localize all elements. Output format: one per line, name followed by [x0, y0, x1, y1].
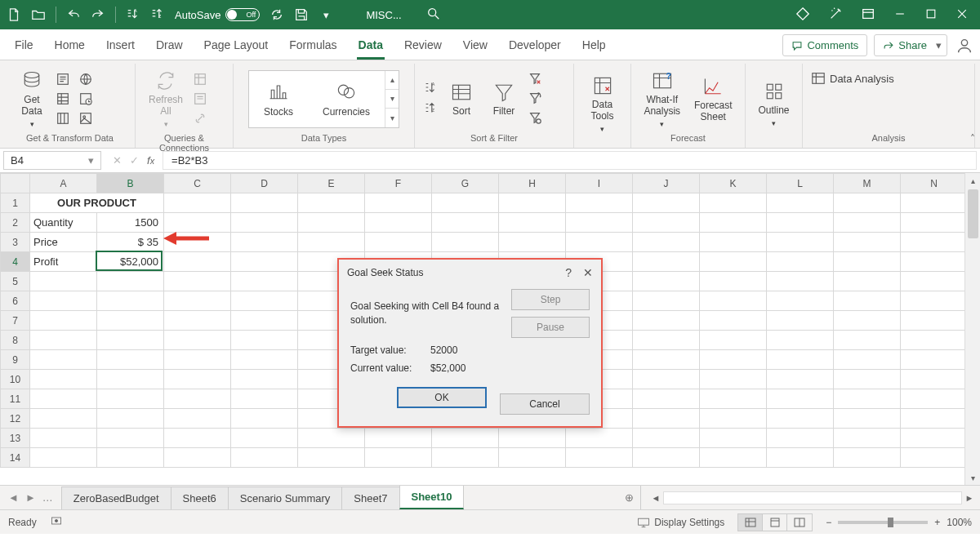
cell-N5[interactable]	[901, 272, 968, 291]
col-header-J[interactable]: J	[633, 174, 700, 193]
zoom-slider[interactable]: − + 100%	[826, 517, 972, 528]
row-header-9[interactable]: 9	[1, 350, 30, 370]
cell-A1[interactable]: OUR PRODUCT	[30, 193, 164, 213]
cell-M11[interactable]	[834, 389, 901, 409]
cell-M4[interactable]	[834, 252, 901, 272]
cell-N12[interactable]	[901, 409, 968, 429]
cell-M5[interactable]	[834, 272, 901, 291]
properties-icon[interactable]	[193, 91, 207, 106]
cell-K14[interactable]	[700, 448, 767, 468]
cell-L2[interactable]	[767, 213, 834, 233]
cell-L13[interactable]	[767, 429, 834, 448]
cell-N3[interactable]	[901, 233, 968, 252]
cell-B12[interactable]	[97, 409, 164, 429]
cell-K12[interactable]	[700, 409, 767, 429]
cell-A6[interactable]	[30, 291, 97, 311]
cell-A4[interactable]: Profit	[30, 252, 97, 272]
cancel-formula-icon[interactable]: ✕	[113, 154, 122, 167]
cell-B14[interactable]	[97, 448, 164, 468]
cell-E2[interactable]	[298, 213, 365, 233]
cell-A3[interactable]: Price	[30, 233, 97, 252]
zoom-out-icon[interactable]: −	[826, 517, 831, 528]
cell-D11[interactable]	[231, 389, 298, 409]
cell-J4[interactable]	[633, 252, 700, 272]
col-header-D[interactable]: D	[231, 174, 298, 193]
existing-conn-icon[interactable]	[56, 111, 70, 126]
row-header-7[interactable]: 7	[1, 311, 30, 331]
cell-C7[interactable]	[164, 311, 231, 331]
col-header-N[interactable]: N	[901, 174, 968, 193]
cell-F1[interactable]	[365, 193, 432, 213]
sort-button[interactable]: Sort	[443, 78, 480, 121]
name-box[interactable]: B4▾	[3, 151, 101, 170]
advanced-filter-icon[interactable]	[528, 110, 542, 127]
row-header-6[interactable]: 6	[1, 291, 30, 311]
cell-H14[interactable]	[499, 448, 566, 468]
col-header-L[interactable]: L	[767, 174, 834, 193]
cell-A10[interactable]	[30, 370, 97, 389]
cell-E13[interactable]	[298, 429, 365, 448]
cell-N6[interactable]	[901, 291, 968, 311]
cell-K9[interactable]	[700, 350, 767, 370]
fx-icon[interactable]: fx	[147, 154, 154, 167]
cell-F13[interactable]	[365, 429, 432, 448]
redo-icon[interactable]	[91, 7, 105, 22]
cell-L14[interactable]	[767, 448, 834, 468]
cell-I1[interactable]	[566, 193, 633, 213]
cell-A13[interactable]	[30, 429, 97, 448]
cell-C4[interactable]	[164, 252, 231, 272]
cell-A2[interactable]: Quantity	[30, 213, 97, 233]
tab-view[interactable]: View	[453, 32, 497, 60]
cell-B5[interactable]	[97, 272, 164, 291]
cell-L3[interactable]	[767, 233, 834, 252]
zoom-level[interactable]: 100%	[947, 517, 972, 528]
cell-J12[interactable]	[633, 409, 700, 429]
view-switcher[interactable]	[737, 513, 813, 531]
cell-A12[interactable]	[30, 409, 97, 429]
col-header-G[interactable]: G	[432, 174, 499, 193]
cell-J13[interactable]	[633, 429, 700, 448]
cell-B13[interactable]	[97, 429, 164, 448]
cell-D5[interactable]	[231, 272, 298, 291]
macro-record-icon[interactable]	[50, 514, 63, 530]
row-header-5[interactable]: 5	[1, 272, 30, 291]
cell-J14[interactable]	[633, 448, 700, 468]
cell-B10[interactable]	[97, 370, 164, 389]
tab-formulas[interactable]: Formulas	[279, 32, 346, 60]
cell-J2[interactable]	[633, 213, 700, 233]
cell-J9[interactable]	[633, 350, 700, 370]
cell-G2[interactable]	[432, 213, 499, 233]
stocks-type[interactable]: Stocks	[249, 73, 308, 124]
cell-B6[interactable]	[97, 291, 164, 311]
cell-E14[interactable]	[298, 448, 365, 468]
queries-icon[interactable]	[193, 72, 207, 87]
row-header-10[interactable]: 10	[1, 370, 30, 389]
row-header-14[interactable]: 14	[1, 448, 30, 468]
edit-links-icon[interactable]	[193, 111, 207, 126]
cell-J6[interactable]	[633, 291, 700, 311]
cell-F2[interactable]	[365, 213, 432, 233]
collapse-ribbon-icon[interactable]: ˄	[970, 133, 975, 144]
cell-B2[interactable]: 1500	[97, 213, 164, 233]
minimize-icon[interactable]	[893, 7, 906, 23]
sheet-nav-next-icon[interactable]: ►	[25, 491, 36, 504]
close-icon[interactable]	[956, 7, 969, 23]
clear-filter-icon[interactable]	[528, 71, 542, 87]
cell-L8[interactable]	[767, 331, 834, 350]
cell-N9[interactable]	[901, 350, 968, 370]
cell-G14[interactable]	[432, 448, 499, 468]
col-header-K[interactable]: K	[700, 174, 767, 193]
row-header-12[interactable]: 12	[1, 409, 30, 429]
maximize-icon[interactable]	[924, 7, 938, 23]
cell-D10[interactable]	[231, 370, 298, 389]
reapply-icon[interactable]	[528, 91, 542, 107]
cell-M2[interactable]	[834, 213, 901, 233]
col-header-C[interactable]: C	[164, 174, 231, 193]
currencies-type[interactable]: Currencies	[308, 73, 385, 124]
cell-D9[interactable]	[231, 350, 298, 370]
cell-L6[interactable]	[767, 291, 834, 311]
cell-M13[interactable]	[834, 429, 901, 448]
dialog-help-icon[interactable]: ?	[565, 266, 572, 279]
cell-A5[interactable]	[30, 272, 97, 291]
cell-A14[interactable]	[30, 448, 97, 468]
